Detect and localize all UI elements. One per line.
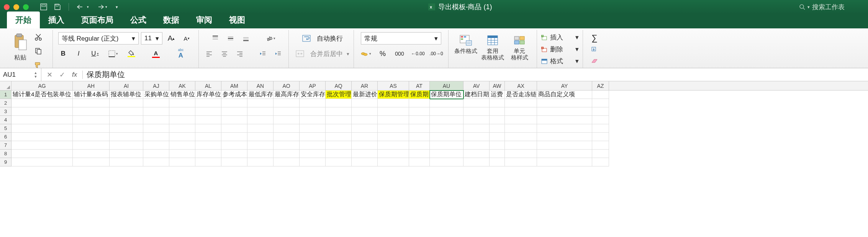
cell-AJ3[interactable] [143,107,169,116]
column-header-AJ[interactable]: AJ [143,81,169,90]
cell-AS6[interactable] [378,133,409,141]
cell-AV9[interactable] [463,158,490,166]
number-format-selector[interactable]: 常规▾ [361,32,441,44]
cell-AZ6[interactable] [592,133,609,141]
cell-AU3[interactable] [430,107,463,116]
orientation-button[interactable]: ab▾ [262,33,278,44]
tab-view[interactable]: 视图 [221,12,254,28]
cell-AT4[interactable] [409,116,430,124]
cell-AP5[interactable] [300,124,326,133]
cell-AL7[interactable] [195,141,221,150]
italic-button[interactable]: I [72,48,85,59]
percent-button[interactable]: % [376,48,389,59]
cell-AY2[interactable] [537,99,592,107]
column-header-AT[interactable]: AT [409,81,430,90]
cell-AP7[interactable] [300,141,326,150]
cell-AK5[interactable] [169,124,195,133]
cell-AV3[interactable] [463,107,490,116]
cell-AG8[interactable] [11,150,73,158]
row-header-3[interactable]: 3 [0,107,11,116]
align-bottom-button[interactable] [239,33,252,44]
cell-AL1[interactable]: 库存单位 [195,91,221,99]
cell-AZ1[interactable] [592,91,609,99]
cell-AI4[interactable] [110,116,143,124]
cell-AS2[interactable] [378,99,409,107]
cell-AN8[interactable] [247,150,274,158]
cell-AO8[interactable] [274,150,300,158]
cell-AZ2[interactable] [592,99,609,107]
align-center-button[interactable] [218,48,231,59]
cell-AT3[interactable] [409,107,430,116]
cell-AW8[interactable] [490,150,505,158]
cell-AI9[interactable] [110,158,143,166]
cell-AR6[interactable] [352,133,378,141]
cell-AK2[interactable] [169,99,195,107]
cell-AW1[interactable]: 运费 [490,91,505,99]
align-middle-button[interactable] [224,33,237,44]
row-header-5[interactable]: 5 [0,124,11,133]
cell-AM7[interactable] [221,141,247,150]
cell-AW3[interactable] [490,107,505,116]
cell-AN4[interactable] [247,116,274,124]
cell-AX4[interactable] [505,116,537,124]
align-right-button[interactable] [233,48,246,59]
cell-AO3[interactable] [274,107,300,116]
cell-AX1[interactable]: 是否走冻链 [505,91,537,99]
column-header-AY[interactable]: AY [537,81,592,90]
cell-AM9[interactable] [221,158,247,166]
cell-AW6[interactable] [490,133,505,141]
cell-AG9[interactable] [11,158,73,166]
delete-cells-button[interactable]: x删除▾ [541,43,579,55]
cell-AX3[interactable] [505,107,537,116]
insert-cells-button[interactable]: +插入▾ [541,31,579,43]
cell-AX6[interactable] [505,133,537,141]
cell-AM6[interactable] [221,133,247,141]
cell-AM5[interactable] [221,124,247,133]
cell-AL2[interactable] [195,99,221,107]
cell-AN3[interactable] [247,107,274,116]
column-header-AG[interactable]: AG [11,81,73,90]
cell-AK9[interactable] [169,158,195,166]
cell-AI1[interactable]: 报表辅单位 [110,91,143,99]
cell-AT1[interactable]: 保质期 [409,91,430,99]
cell-AI2[interactable] [110,99,143,107]
formula-input[interactable]: 保质期单位 [83,69,125,80]
cell-AN7[interactable] [247,141,274,150]
cell-AQ2[interactable] [326,99,352,107]
name-box-stepper[interactable]: ▲▼ [33,71,38,79]
cell-AJ6[interactable] [143,133,169,141]
row-header-9[interactable]: 9 [0,158,11,166]
cell-AI7[interactable] [110,141,143,150]
cell-AX9[interactable] [505,158,537,166]
row-header-7[interactable]: 7 [0,141,11,150]
format-as-table-button[interactable]: 套用 表格格式 [479,32,506,61]
cell-AH4[interactable] [73,116,110,124]
cell-AN6[interactable] [247,133,274,141]
paste-button[interactable] [11,31,29,53]
cell-AX5[interactable] [505,124,537,133]
cell-AI6[interactable] [110,133,143,141]
cell-AP1[interactable]: 安全库存 [300,91,326,99]
column-header-AO[interactable]: AO [274,81,300,90]
column-header-AK[interactable]: AK [169,81,195,90]
cell-AY5[interactable] [537,124,592,133]
cell-AR1[interactable]: 最新进价 [352,91,378,99]
cell-AQ5[interactable] [326,124,352,133]
cell-AR9[interactable] [352,158,378,166]
font-color-button[interactable]: A [148,48,164,59]
cell-AY8[interactable] [537,150,592,158]
format-cells-button[interactable]: 格式▾ [541,55,579,67]
cell-AR3[interactable] [352,107,378,116]
column-header-AS[interactable]: AS [378,81,409,90]
merge-center-label[interactable]: 合并后居中 [310,49,343,58]
cell-AN5[interactable] [247,124,274,133]
cell-AP4[interactable] [300,116,326,124]
decrease-decimal-button[interactable]: .00→0 [428,48,444,59]
decrease-font-button[interactable]: A▾ [180,33,193,44]
cell-AW7[interactable] [490,141,505,150]
increase-decimal-button[interactable]: ←0.00 [410,48,426,59]
cell-AW5[interactable] [490,124,505,133]
fill-color-button[interactable] [123,48,139,59]
cell-AJ1[interactable]: 采购单位 [143,91,169,99]
cell-AU6[interactable] [430,133,463,141]
